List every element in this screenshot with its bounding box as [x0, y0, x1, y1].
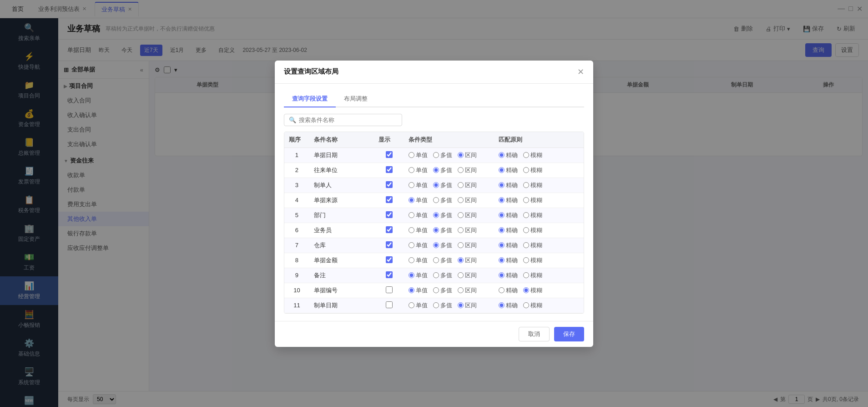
cell-show — [374, 178, 404, 193]
match-option[interactable]: 精确 — [499, 211, 518, 219]
type-option[interactable]: 单值 — [409, 271, 428, 280]
tab-layout-adjust[interactable]: 布局调整 — [336, 91, 376, 107]
type-option[interactable]: 多值 — [433, 181, 452, 189]
match-option[interactable]: 模糊 — [523, 196, 542, 204]
modal-search-bar: 🔍 — [284, 114, 402, 126]
type-option[interactable]: 多值 — [433, 256, 452, 265]
match-option[interactable]: 精确 — [499, 166, 518, 174]
show-checkbox[interactable] — [386, 196, 393, 203]
match-option[interactable]: 精确 — [499, 226, 518, 234]
type-option[interactable]: 单值 — [409, 151, 428, 159]
type-option[interactable]: 单值 — [409, 241, 428, 249]
match-option[interactable]: 模糊 — [523, 256, 542, 265]
type-option[interactable]: 多值 — [433, 271, 452, 280]
type-option[interactable]: 区间 — [458, 301, 477, 310]
match-option[interactable]: 精确 — [499, 256, 518, 265]
type-option[interactable]: 多值 — [433, 211, 452, 219]
type-option[interactable]: 多值 — [433, 166, 452, 174]
search-condition-input[interactable] — [299, 117, 397, 123]
show-checkbox[interactable] — [386, 256, 393, 263]
cell-match: 精确模糊 — [494, 298, 584, 313]
cell-match: 精确模糊 — [494, 223, 584, 238]
show-checkbox[interactable] — [386, 241, 393, 248]
type-option[interactable]: 区间 — [458, 226, 477, 234]
show-checkbox[interactable] — [386, 211, 393, 218]
show-checkbox[interactable] — [386, 271, 393, 278]
cell-match: 精确模糊 — [494, 178, 584, 193]
type-option[interactable]: 单值 — [409, 211, 428, 219]
match-option[interactable]: 精确 — [499, 271, 518, 280]
modal-overlay: 设置查询区域布局 ✕ 查询字段设置 布局调整 🔍 — [0, 0, 868, 407]
modal-header: 设置查询区域布局 ✕ — [275, 61, 593, 84]
cell-order: 2 — [284, 163, 309, 178]
match-option[interactable]: 模糊 — [523, 181, 542, 189]
type-option[interactable]: 区间 — [458, 241, 477, 249]
match-option[interactable]: 精确 — [499, 286, 518, 295]
type-option[interactable]: 单值 — [409, 196, 428, 204]
type-option[interactable]: 单值 — [409, 256, 428, 265]
save-modal-button[interactable]: 保存 — [554, 327, 584, 341]
cell-type: 单值多值区间 — [404, 208, 494, 223]
modal-close-button[interactable]: ✕ — [577, 67, 584, 77]
settings-modal: 设置查询区域布局 ✕ 查询字段设置 布局调整 🔍 — [275, 61, 593, 347]
cell-order: 3 — [284, 178, 309, 193]
table-row: 5部门单值多值区间精确模糊 — [284, 208, 584, 223]
cell-match: 精确模糊 — [494, 283, 584, 298]
type-option[interactable]: 单值 — [409, 301, 428, 310]
type-option[interactable]: 区间 — [458, 166, 477, 174]
cell-show — [374, 268, 404, 283]
show-checkbox[interactable] — [386, 286, 393, 293]
type-option[interactable]: 区间 — [458, 196, 477, 204]
type-option[interactable]: 区间 — [458, 286, 477, 295]
type-option[interactable]: 多值 — [433, 151, 452, 159]
match-option[interactable]: 精确 — [499, 241, 518, 249]
modal-title: 设置查询区域布局 — [284, 67, 338, 76]
type-option[interactable]: 多值 — [433, 226, 452, 234]
match-option[interactable]: 模糊 — [523, 166, 542, 174]
show-checkbox[interactable] — [386, 301, 393, 308]
th-show: 显示 — [374, 132, 404, 148]
type-option[interactable]: 区间 — [458, 181, 477, 189]
show-checkbox[interactable] — [386, 226, 393, 233]
show-checkbox[interactable] — [386, 166, 393, 173]
cell-show — [374, 148, 404, 163]
cell-name: 往来单位 — [309, 163, 374, 178]
modal-body: 查询字段设置 布局调整 🔍 顺序 条件名称 显示 — [275, 84, 593, 321]
cancel-button[interactable]: 取消 — [519, 327, 550, 341]
match-option[interactable]: 模糊 — [523, 301, 542, 310]
th-match: 匹配原则 — [494, 132, 584, 148]
type-option[interactable]: 单值 — [409, 226, 428, 234]
match-option[interactable]: 模糊 — [523, 286, 542, 295]
show-checkbox[interactable] — [386, 151, 393, 158]
cell-type: 单值多值区间 — [404, 223, 494, 238]
cell-match: 精确模糊 — [494, 238, 584, 253]
type-option[interactable]: 区间 — [458, 271, 477, 280]
type-option[interactable]: 多值 — [433, 286, 452, 295]
type-option[interactable]: 多值 — [433, 241, 452, 249]
type-option[interactable]: 单值 — [409, 166, 428, 174]
match-option[interactable]: 模糊 — [523, 211, 542, 219]
type-option[interactable]: 区间 — [458, 151, 477, 159]
cell-name: 单据编号 — [309, 283, 374, 298]
match-option[interactable]: 模糊 — [523, 151, 542, 159]
match-option[interactable]: 精确 — [499, 196, 518, 204]
cell-match: 精确模糊 — [494, 208, 584, 223]
show-checkbox[interactable] — [386, 181, 393, 188]
type-option[interactable]: 区间 — [458, 211, 477, 219]
match-option[interactable]: 精确 — [499, 181, 518, 189]
match-option[interactable]: 模糊 — [523, 271, 542, 280]
type-option[interactable]: 单值 — [409, 286, 428, 295]
type-option[interactable]: 多值 — [433, 301, 452, 310]
cell-name: 单据来源 — [309, 193, 374, 208]
type-option[interactable]: 区间 — [458, 256, 477, 265]
match-option[interactable]: 模糊 — [523, 241, 542, 249]
tab-query-fields[interactable]: 查询字段设置 — [284, 91, 336, 107]
match-option[interactable]: 精确 — [499, 301, 518, 310]
type-option[interactable]: 单值 — [409, 181, 428, 189]
cell-order: 6 — [284, 223, 309, 238]
type-option[interactable]: 多值 — [433, 196, 452, 204]
cell-show — [374, 223, 404, 238]
match-option[interactable]: 模糊 — [523, 226, 542, 234]
cell-order: 1 — [284, 148, 309, 163]
match-option[interactable]: 精确 — [499, 151, 518, 159]
